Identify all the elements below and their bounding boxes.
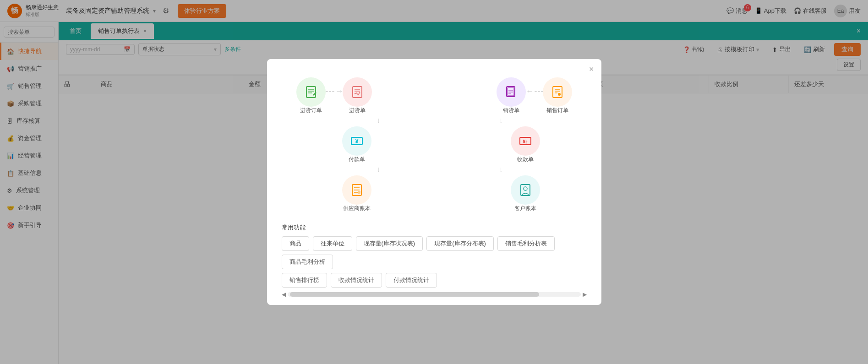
func-btn-receipt-stats[interactable]: 收款情况统计 — [331, 273, 382, 288]
scroll-thumb[interactable] — [290, 292, 539, 297]
svg-rect-12 — [553, 87, 562, 98]
arrow-left-1: ← - - - — [526, 87, 543, 105]
svg-point-27 — [524, 187, 527, 190]
horizontal-scrollbar: ◀ ▶ — [282, 291, 587, 298]
func-btn-payment-stats[interactable]: 付款情况统计 — [386, 273, 437, 288]
arrow-down-2: ↓ — [467, 116, 572, 125]
supplier-ledger-circle[interactable] — [342, 175, 371, 205]
arrow-down-4: ↓ — [467, 165, 572, 174]
node-sales-bill[interactable]: 销货单 — [497, 77, 526, 114]
node-purchase-order[interactable]: 进货订单 — [296, 77, 326, 114]
svg-rect-26 — [521, 185, 530, 196]
svg-rect-7 — [507, 87, 515, 97]
scroll-right-icon[interactable]: ▶ — [583, 291, 587, 298]
svg-rect-8 — [508, 87, 514, 96]
scroll-left-icon[interactable]: ◀ — [282, 291, 286, 298]
arrow-down-3: ↓ — [296, 165, 402, 174]
func-btn-inventory-dist[interactable]: 现存量(库存分布表) — [426, 236, 494, 251]
common-funcs-title: 常用功能 — [282, 223, 587, 232]
sales-bill-circle[interactable] — [497, 77, 526, 107]
common-functions: 常用功能 商品 往来单位 现存量(库存状况表) 现存量(库存分布表) 销售毛利分… — [282, 223, 587, 298]
svg-text:¥: ¥ — [355, 138, 358, 145]
func-btn-product[interactable]: 商品 — [282, 236, 309, 251]
scroll-track[interactable] — [288, 292, 581, 297]
func-btn-product-margin-analysis[interactable]: 商品毛利分析 — [282, 255, 333, 269]
svg-rect-25 — [358, 191, 360, 194]
modal-overlay[interactable]: × — [0, 0, 868, 364]
purchase-bill-circle[interactable] — [343, 77, 372, 107]
node-sales-order[interactable]: 销售订单 — [543, 77, 572, 114]
func-buttons-row1: 商品 往来单位 现存量(库存状况表) 现存量(库存分布表) 销售毛利分析表 商品… — [282, 236, 587, 269]
svg-point-16 — [558, 93, 561, 96]
func-btn-inventory-status[interactable]: 现存量(库存状况表) — [356, 236, 423, 251]
func-buttons-row2: 销售排行榜 收款情况统计 付款情况统计 — [282, 273, 587, 288]
purchase-order-circle[interactable] — [296, 77, 326, 107]
sales-order-circle[interactable] — [543, 77, 572, 107]
svg-rect-4 — [353, 87, 362, 98]
quick-nav-modal: × — [267, 59, 601, 305]
node-purchase-bill[interactable]: 进货单 — [343, 77, 372, 114]
svg-text:¥↑: ¥↑ — [523, 139, 528, 144]
svg-rect-0 — [306, 87, 316, 98]
node-supplier-ledger[interactable]: 供应商账本 — [296, 175, 371, 212]
customer-ledger-circle[interactable] — [511, 175, 540, 205]
node-customer-ledger[interactable]: 客户账本 — [511, 175, 572, 212]
arrow-down-1: ↓ — [296, 116, 402, 125]
arrow-right-1: - - - → — [326, 87, 343, 105]
func-btn-sales-ranking[interactable]: 销售排行榜 — [282, 273, 327, 288]
payment-bill-circle[interactable]: ¥ — [342, 126, 371, 156]
node-payment-bill[interactable]: ¥ 付款单 — [296, 126, 371, 163]
modal-close-button[interactable]: × — [589, 65, 594, 74]
func-btn-sales-margin-analysis[interactable]: 销售毛利分析表 — [497, 236, 555, 251]
receipt-bill-circle[interactable]: ¥↑ — [511, 126, 540, 156]
node-receipt-bill[interactable]: ¥↑ 收款单 — [511, 126, 572, 163]
flowchart: 进货订单 - - - → 进货单 — [282, 70, 587, 220]
func-btn-counterparty[interactable]: 往来单位 — [313, 236, 352, 251]
